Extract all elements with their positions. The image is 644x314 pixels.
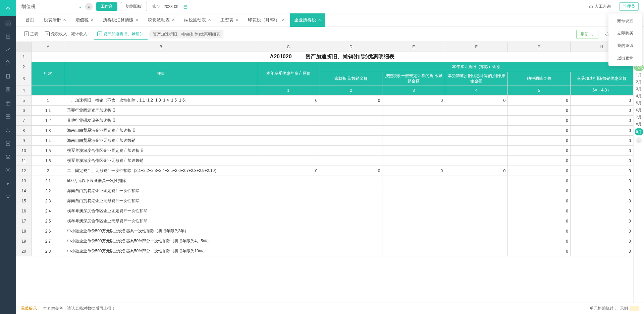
cell[interactable] <box>257 246 320 256</box>
cell[interactable]: 4 <box>445 85 508 96</box>
cell[interactable]: 海南自由贸易港企业无形资产加速摊销 <box>65 136 257 146</box>
cell[interactable]: 11 <box>16 156 32 166</box>
cell[interactable] <box>320 206 382 216</box>
cell[interactable]: 横琴粤澳深度合作区企业无形资产加速摊销 <box>65 156 257 166</box>
cell[interactable]: 中小微企业单价500万元以上设备器具一次性扣除（折旧年限为3年） <box>65 226 257 236</box>
cell[interactable] <box>382 236 445 246</box>
cell[interactable]: 1 <box>31 96 65 106</box>
cell[interactable]: 0 <box>571 176 633 186</box>
subtab[interactable]: ≡资产加速折旧、摊销(... <box>94 29 148 40</box>
subtab[interactable]: ≡主表 <box>21 29 42 40</box>
cell[interactable] <box>257 206 320 216</box>
cell[interactable]: 0 <box>508 136 571 146</box>
month-item[interactable]: 8月 <box>634 121 644 128</box>
cell[interactable] <box>382 246 445 256</box>
cell[interactable]: 项目 <box>65 62 257 85</box>
month-item[interactable]: 4月 <box>634 92 644 100</box>
cell[interactable]: 500万元以下设备器具一次性扣除 <box>65 176 257 186</box>
nav-dashboard-icon[interactable] <box>0 110 16 123</box>
cell[interactable]: 6 <box>16 106 32 116</box>
collapse-toggle-icon[interactable] <box>85 3 93 10</box>
cell[interactable]: 0 <box>571 236 633 246</box>
cell[interactable]: 20 <box>16 246 32 256</box>
cell[interactable] <box>382 126 445 136</box>
cell[interactable]: 15 <box>16 196 32 206</box>
cell[interactable] <box>320 156 382 166</box>
cell[interactable]: 0 <box>508 146 571 156</box>
tab[interactable]: 税表清册✕ <box>40 13 70 27</box>
cell[interactable] <box>445 116 508 126</box>
nav-calc-icon[interactable] <box>0 83 16 97</box>
month-item[interactable]: 5月 <box>634 100 644 107</box>
cell[interactable] <box>382 136 445 146</box>
user-menu-item[interactable]: 账号设置 <box>608 15 642 27</box>
cell[interactable]: 4 <box>16 85 32 96</box>
close-icon[interactable]: ✕ <box>208 18 211 22</box>
cell[interactable] <box>445 246 508 256</box>
cell[interactable]: 1.1 <box>31 106 65 116</box>
cell[interactable]: 7 <box>16 116 32 126</box>
nav-bag-icon[interactable] <box>0 56 16 70</box>
cell[interactable]: 其他行业研发设备加速折旧 <box>65 116 257 126</box>
nav-template-icon[interactable] <box>0 97 16 110</box>
cell[interactable] <box>257 186 320 196</box>
tab[interactable]: 印花税（月/季）✕ <box>244 13 289 27</box>
cell[interactable] <box>382 106 445 116</box>
cell[interactable]: 0 <box>508 236 571 246</box>
cell[interactable]: 12 <box>16 166 32 176</box>
cell[interactable]: 0 <box>571 246 633 256</box>
cell[interactable]: 本年累计折旧（扣除）金额 <box>320 62 633 72</box>
cell[interactable] <box>320 126 382 136</box>
nav-chart-icon[interactable] <box>0 43 16 56</box>
cell[interactable] <box>445 236 508 246</box>
tax-type-selector[interactable]: 增值税 ⌄ <box>21 4 82 10</box>
cell[interactable]: 0 <box>508 106 571 116</box>
cell[interactable] <box>257 156 320 166</box>
user-menu-item[interactable]: 立即购买 <box>608 27 642 40</box>
cell[interactable]: 0 <box>571 126 633 136</box>
cell[interactable] <box>257 136 320 146</box>
cell[interactable]: 2.8 <box>31 246 65 256</box>
cell[interactable]: 0 <box>571 226 633 236</box>
cell[interactable]: 6=（4-3） <box>571 85 633 96</box>
tab[interactable]: 企业所得税✕ <box>290 13 325 27</box>
cell[interactable]: 横琴粤澳深度合作区企业固定资产一次性扣除 <box>65 206 257 216</box>
nav-settings-icon[interactable] <box>0 164 16 177</box>
cell[interactable] <box>31 85 65 96</box>
calendar-icon[interactable] <box>183 4 188 9</box>
cell[interactable] <box>257 176 320 186</box>
cell[interactable]: 0 <box>571 206 633 216</box>
cell[interactable]: 8 <box>16 126 32 136</box>
close-icon[interactable]: ✕ <box>235 18 238 22</box>
cell[interactable] <box>257 106 320 116</box>
cell[interactable]: 0 <box>508 216 571 226</box>
cell[interactable] <box>320 136 382 146</box>
cell[interactable]: 1.3 <box>31 126 65 136</box>
cell[interactable] <box>257 236 320 246</box>
cell[interactable] <box>320 146 382 156</box>
user-menu-item[interactable]: 退出登录 <box>608 52 642 64</box>
cell[interactable]: 0 <box>508 176 571 186</box>
cell[interactable]: 0 <box>320 96 382 106</box>
cell[interactable]: 0 <box>571 216 633 226</box>
cell[interactable]: 1 <box>16 52 32 62</box>
cell[interactable]: 1.6 <box>31 156 65 166</box>
cell[interactable] <box>382 146 445 156</box>
cell[interactable]: 海南自由贸易港企业固定资产一次性扣除 <box>65 186 257 196</box>
cell[interactable]: 0 <box>508 156 571 166</box>
cell[interactable]: 纳税调减金额 <box>508 72 571 85</box>
cell[interactable] <box>320 176 382 186</box>
user-menu-item[interactable]: 我的邀请 <box>608 40 642 52</box>
close-icon[interactable]: ✕ <box>318 18 321 22</box>
cell[interactable]: 10 <box>16 146 32 156</box>
cell[interactable] <box>320 236 382 246</box>
cell[interactable]: 3 <box>382 85 445 96</box>
cell[interactable] <box>382 176 445 186</box>
cell[interactable]: 海南自由贸易港企业无形资产一次性扣除 <box>65 196 257 206</box>
cell[interactable]: 2.7 <box>31 236 65 246</box>
cell[interactable]: 0 <box>508 116 571 126</box>
cell[interactable] <box>257 196 320 206</box>
cell[interactable]: 17 <box>16 216 32 226</box>
tab[interactable]: 工资表✕ <box>216 13 243 27</box>
cell[interactable]: 0 <box>571 146 633 156</box>
